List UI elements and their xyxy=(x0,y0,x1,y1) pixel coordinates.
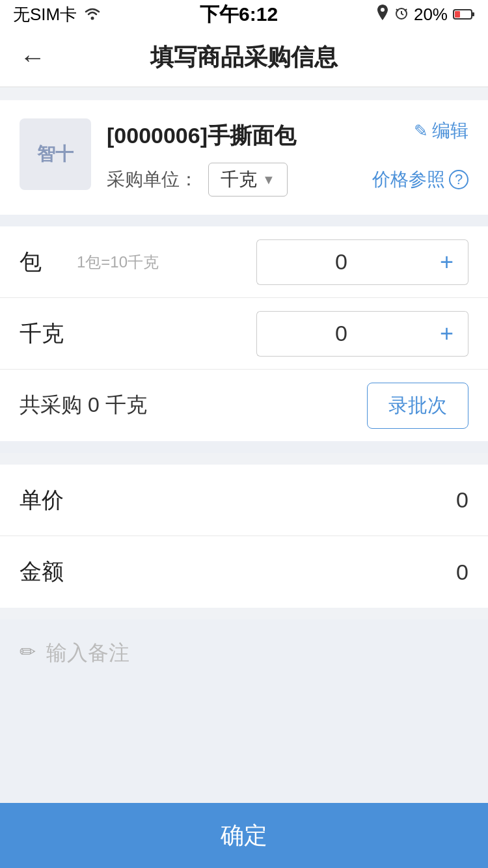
bag-sub-label: 1包=10千克 xyxy=(77,252,159,273)
chevron-down-icon: ▼ xyxy=(262,172,275,187)
amount-value: 0 xyxy=(456,560,468,585)
battery-percent: 20% xyxy=(414,5,448,25)
location-icon xyxy=(376,5,389,25)
confirm-button[interactable]: 确定 xyxy=(0,803,488,868)
edit-icon: ✎ xyxy=(414,121,428,141)
input-row-kg: 千克 + xyxy=(0,298,488,370)
edit-label: 编辑 xyxy=(432,118,468,143)
batch-button-label: 录批次 xyxy=(388,394,447,416)
product-thumbnail: 智十 xyxy=(20,118,91,190)
bag-input-wrap: + xyxy=(159,239,468,285)
remark-placeholder: 输入备注 xyxy=(46,639,129,668)
svg-rect-4 xyxy=(455,11,460,18)
unit-price-label: 单价 xyxy=(20,485,64,515)
kg-label: 千克 xyxy=(20,319,72,349)
kg-input[interactable] xyxy=(256,311,426,357)
pencil-icon: ✏ xyxy=(20,640,36,663)
kg-input-wrap: + xyxy=(72,311,468,357)
status-right: 20% xyxy=(376,5,475,25)
page-title: 填写商品采购信息 xyxy=(150,42,338,74)
status-left: 无SIM卡 xyxy=(13,3,102,26)
section-separator-1 xyxy=(0,215,488,226)
svg-rect-3 xyxy=(472,12,474,16)
alarm-icon xyxy=(394,5,409,25)
unit-price-value: 0 xyxy=(456,487,468,513)
bag-input[interactable] xyxy=(256,239,426,285)
amount-label: 金额 xyxy=(20,557,64,587)
bag-label: 包 xyxy=(20,247,72,277)
help-icon: ? xyxy=(449,170,468,189)
product-unit-row: 采购单位： 千克 ▼ 价格参照 ? xyxy=(107,163,468,197)
input-row-bag: 包 1包=10千克 + xyxy=(0,226,488,298)
bag-plus-button[interactable]: + xyxy=(426,239,468,285)
confirm-button-label: 确定 xyxy=(221,820,267,852)
amount-row: 金额 0 xyxy=(0,536,488,608)
summary-text: 共采购 0 千克 xyxy=(20,391,147,420)
remark-section[interactable]: ✏ 输入备注 xyxy=(0,619,488,698)
sim-text: 无SIM卡 xyxy=(13,3,77,26)
unit-price-row: 单价 0 xyxy=(0,465,488,536)
battery-icon xyxy=(453,5,475,25)
edit-button[interactable]: ✎ 编辑 xyxy=(414,118,468,143)
batch-button[interactable]: 录批次 xyxy=(367,383,468,429)
unit-selector[interactable]: 千克 ▼ xyxy=(208,163,288,197)
wifi-icon xyxy=(83,5,102,25)
status-bar: 无SIM卡 下午6:12 20% xyxy=(0,0,488,29)
summary-row: 共采购 0 千克 录批次 xyxy=(0,370,488,441)
status-time: 下午6:12 xyxy=(200,1,278,28)
unit-value: 千克 xyxy=(221,167,257,192)
unit-label: 采购单位： xyxy=(107,167,198,192)
plus-icon-2: + xyxy=(440,320,454,347)
back-button[interactable]: ← xyxy=(20,43,46,72)
plus-icon: + xyxy=(440,249,454,276)
price-info-section: 单价 0 金额 0 xyxy=(0,465,488,608)
kg-plus-button[interactable]: + xyxy=(426,311,468,357)
product-card: 智十 [0000006]手撕面包 采购单位： 千克 ▼ 价格参照 ? ✎ 编辑 xyxy=(0,100,488,215)
section-separator-2 xyxy=(0,441,488,453)
nav-bar: ← 填写商品采购信息 xyxy=(0,29,488,87)
price-ref-button[interactable]: 价格参照 ? xyxy=(372,167,468,192)
price-ref-label: 价格参照 xyxy=(372,167,445,192)
quantity-input-section: 包 1包=10千克 + 千克 + xyxy=(0,226,488,370)
svg-point-0 xyxy=(91,16,94,20)
